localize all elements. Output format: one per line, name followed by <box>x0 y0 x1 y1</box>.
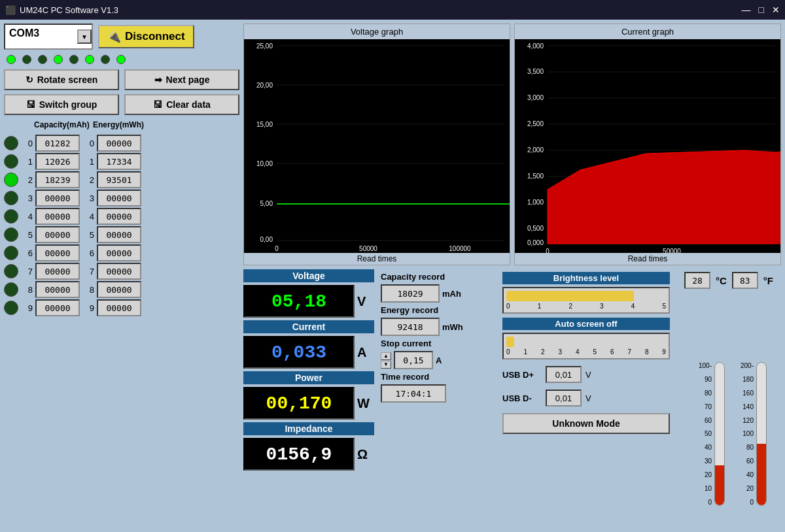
table-row: 9 9 <box>4 299 239 316</box>
svg-text:50000: 50000 <box>359 245 377 252</box>
capacity-input[interactable] <box>35 208 80 225</box>
fahrenheit-tube <box>756 362 767 506</box>
disconnect-label: Disconnect <box>125 30 185 43</box>
current-graph-title: Current graph <box>515 24 780 39</box>
usb-dplus-input[interactable] <box>546 366 582 383</box>
celsius-value: 28 <box>684 272 710 289</box>
energy-input[interactable] <box>97 263 141 280</box>
brightness-label: Brightness level <box>502 272 670 284</box>
record-panel: Capacity record mAh Energy record mWh St… <box>378 269 496 528</box>
next-page-button[interactable]: ➡ Next page <box>124 69 239 90</box>
com-port-arrow[interactable]: ▼ <box>77 29 92 44</box>
close-button[interactable]: ✕ <box>772 5 780 15</box>
energy-input[interactable] <box>97 208 141 225</box>
capacity-input[interactable] <box>35 299 80 316</box>
energy-input[interactable] <box>97 135 141 152</box>
row-led <box>4 173 18 187</box>
energy-input[interactable] <box>97 299 141 316</box>
svg-text:0: 0 <box>546 248 550 253</box>
spin-up-arrow[interactable]: ▲ <box>381 352 391 360</box>
fahrenheit-fill <box>757 444 766 505</box>
spin-down-arrow[interactable]: ▼ <box>381 361 391 369</box>
energy-record-row: mWh <box>381 318 493 336</box>
energy-input[interactable] <box>97 281 141 298</box>
svg-text:0,000: 0,000 <box>527 239 544 246</box>
energy-input[interactable] <box>97 153 141 170</box>
current-graph-container: Current graph 4,000 3,500 3,000 2,500 2,… <box>514 24 781 265</box>
row-id: 6 <box>21 248 33 258</box>
svg-text:15,00: 15,00 <box>256 121 273 128</box>
brightness-labels: 0 1 2 3 4 5 <box>506 303 666 310</box>
voltage-graph-canvas: 25,00 20,00 15,00 10,00 5,00 0,00 <box>244 39 510 253</box>
stop-current-spinner[interactable]: ▲ ▼ <box>381 352 391 369</box>
impedance-unit: Ω <box>357 447 374 462</box>
row-led <box>4 191 18 205</box>
energy-input[interactable] <box>97 171 141 188</box>
svg-marker-35 <box>548 149 780 244</box>
row-led <box>4 264 18 278</box>
voltage-display: 05,18 <box>243 285 355 318</box>
brightness-section: Brightness level 0 1 2 3 4 5 <box>502 272 670 314</box>
clear-data-label: Clear data <box>166 99 211 110</box>
energy-row-id: 8 <box>82 285 94 295</box>
next-page-icon: ➡ <box>154 75 162 85</box>
led-5 <box>85 55 94 64</box>
capacity-input[interactable] <box>35 226 80 243</box>
rotate-label: Rotate screen <box>37 75 98 85</box>
time-record-input[interactable] <box>381 384 446 403</box>
energy-record-input[interactable] <box>381 318 440 336</box>
disconnect-icon: 🔌 <box>107 30 121 44</box>
clear-data-button[interactable]: 🖫 Clear data <box>124 94 239 115</box>
usb-dplus-label: USB D+ <box>502 370 542 380</box>
capacity-input[interactable] <box>35 281 80 298</box>
power-value: 00,170 <box>266 393 332 414</box>
capacity-record-unit: mAh <box>442 289 461 299</box>
energy-row-id: 9 <box>82 303 94 313</box>
energy-input[interactable] <box>97 226 141 243</box>
capacity-input[interactable] <box>35 153 80 170</box>
auto-screen-off-track <box>506 337 514 347</box>
led-6 <box>101 55 110 64</box>
energy-row-id: 3 <box>82 193 94 203</box>
energy-input[interactable] <box>97 190 141 207</box>
svg-text:3,000: 3,000 <box>527 94 544 101</box>
row-id: 4 <box>21 212 33 222</box>
usb-dminus-input[interactable] <box>546 390 582 407</box>
brightness-track <box>506 291 634 301</box>
auto-screen-off-labels: 0 1 2 3 4 5 6 7 8 9 <box>506 348 666 356</box>
energy-row-id: 2 <box>82 175 94 185</box>
row-led <box>4 282 18 297</box>
rotate-screen-button[interactable]: ↻ Rotate screen <box>4 69 119 90</box>
next-page-label: Next page <box>166 75 210 85</box>
capacity-record-input[interactable] <box>381 284 440 303</box>
svg-text:2,500: 2,500 <box>527 120 544 127</box>
row-id: 5 <box>21 230 33 240</box>
minimize-button[interactable]: — <box>742 5 751 15</box>
capacity-input[interactable] <box>35 190 80 207</box>
row-id: 7 <box>21 267 33 276</box>
energy-input[interactable] <box>97 244 141 261</box>
energy-row-id: 6 <box>82 248 94 258</box>
stop-current-input[interactable] <box>394 351 433 369</box>
svg-text:10,00: 10,00 <box>256 160 273 167</box>
voltage-graph-container: Voltage graph 25,00 20,00 15,00 10,00 5,… <box>243 24 510 265</box>
led-4 <box>69 55 78 64</box>
capacity-input[interactable] <box>35 135 80 152</box>
energy-header: Energy(mWh) <box>93 120 152 129</box>
svg-text:4,000: 4,000 <box>527 42 544 50</box>
brightness-slider-container: 0 1 2 3 4 5 <box>502 287 670 314</box>
switch-group-button[interactable]: 🖫 Switch group <box>4 94 119 115</box>
capacity-input[interactable] <box>35 171 80 188</box>
capacity-input[interactable] <box>35 244 80 261</box>
disconnect-button[interactable]: 🔌 Disconnect <box>98 25 194 48</box>
capacity-input[interactable] <box>35 263 80 280</box>
energy-row-id: 7 <box>82 267 94 276</box>
row-id: 3 <box>21 193 33 203</box>
restore-button[interactable]: □ <box>759 5 764 15</box>
thermo-panel: 28 °C 83 °F 100- 90 80 70 <box>676 269 781 528</box>
svg-text:25,00: 25,00 <box>256 42 273 50</box>
table-row: 1 1 <box>4 153 239 170</box>
unknown-mode-button[interactable]: Unknown Mode <box>502 413 670 434</box>
table-row: 0 0 <box>4 135 239 152</box>
usb-dminus-row: USB D- V <box>502 390 670 407</box>
